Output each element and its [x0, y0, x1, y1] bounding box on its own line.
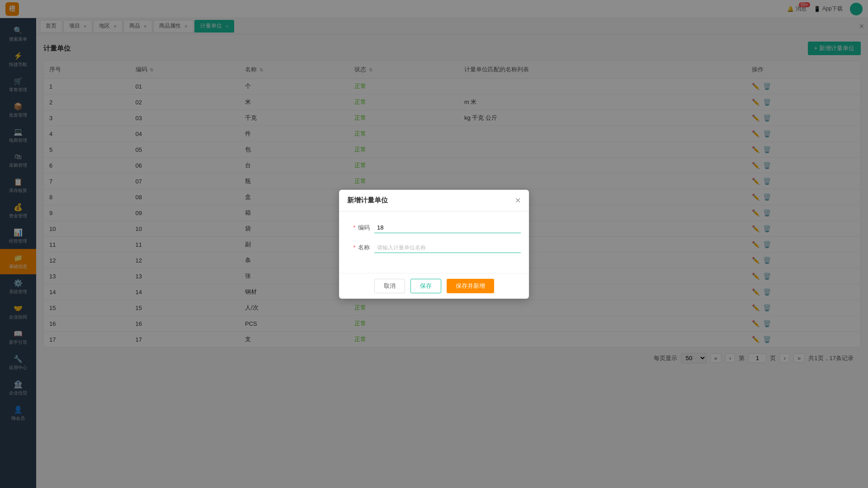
code-label: * 编码 — [347, 224, 370, 232]
modal-header: 新增计量单位 ✕ — [339, 190, 529, 211]
modal-overlay: 新增计量单位 ✕ * 编码 * 名称 取消 保存 保存并新增 — [0, 0, 868, 488]
form-row-code: * 编码 — [347, 222, 521, 233]
add-unit-modal: 新增计量单位 ✕ * 编码 * 名称 取消 保存 保存并新增 — [339, 190, 529, 299]
name-label: * 名称 — [347, 244, 370, 252]
save-button[interactable]: 保存 — [410, 279, 441, 293]
save-and-new-button[interactable]: 保存并新增 — [447, 279, 494, 293]
modal-footer: 取消 保存 保存并新增 — [339, 273, 529, 299]
code-input[interactable] — [374, 222, 521, 233]
modal-body: * 编码 * 名称 — [339, 211, 529, 273]
cancel-button[interactable]: 取消 — [374, 279, 405, 293]
required-star-code: * — [353, 224, 355, 231]
form-row-name: * 名称 — [347, 242, 521, 253]
required-star-name: * — [353, 244, 355, 251]
modal-close-button[interactable]: ✕ — [515, 196, 521, 205]
name-input[interactable] — [374, 242, 521, 253]
modal-title: 新增计量单位 — [347, 196, 388, 205]
